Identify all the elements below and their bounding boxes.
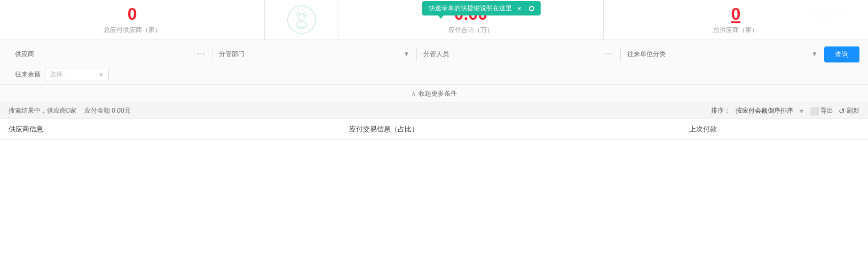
supplier-input[interactable] bbox=[45, 50, 193, 58]
stat-label-total: 应付合计（万） bbox=[448, 26, 493, 35]
svg-point-1 bbox=[296, 22, 307, 28]
export-label: 导出 bbox=[820, 106, 833, 115]
stat-total-suppliers: 0 总供应商（家） bbox=[604, 0, 868, 40]
tooltip-dot bbox=[529, 6, 534, 11]
filter-dept: 分管部门 ▼ bbox=[212, 48, 416, 61]
svg-rect-13 bbox=[825, 23, 836, 25]
table-col2-header: 应付交易信息（占比） bbox=[349, 124, 690, 134]
sort-value[interactable]: 按应付会额倒序排序 bbox=[736, 106, 793, 115]
supplier-dots-icon[interactable]: ··· bbox=[197, 49, 206, 59]
svg-rect-14 bbox=[839, 6, 849, 14]
supplier-label: 供应商 bbox=[15, 50, 41, 59]
refresh-icon: ↺ bbox=[839, 107, 845, 115]
export-icon: ⬜ bbox=[810, 107, 819, 115]
balance-label: 往来余额 bbox=[15, 70, 41, 79]
tooltip-text: 快速录单的快捷键说明在这里 bbox=[429, 4, 512, 13]
collapse-icon: ∧ bbox=[411, 90, 416, 98]
svg-rect-15 bbox=[839, 15, 849, 18]
dept-input[interactable] bbox=[249, 50, 399, 58]
filter-bar: 供应商 ··· 分管部门 ▼ 分管人员 ··· 往来单位分类 ▼ 查询 往来余额… bbox=[0, 40, 868, 85]
icon-block bbox=[265, 0, 338, 40]
person-label: 分管人员 bbox=[423, 50, 449, 59]
balance-chevron-icon: ▼ bbox=[98, 72, 104, 78]
balance-select[interactable]: 选择... ▼ bbox=[45, 68, 109, 81]
export-button[interactable]: ⬜ 导出 bbox=[810, 106, 833, 115]
filter-row-2: 往来余额 选择... ▼ bbox=[9, 66, 859, 82]
stat-total-payable-suppliers: 0 总应付供应商（家） bbox=[0, 0, 265, 40]
table-col3-header: 上次付款 bbox=[689, 124, 859, 134]
result-text: 搜索结果中，供应商0家 bbox=[9, 107, 76, 114]
table-header: 供应商信息 应付交易信息（占比） 上次付款 bbox=[0, 119, 868, 140]
svg-point-0 bbox=[298, 14, 305, 21]
tooltip-bubble: 快速录单的快捷键说明在这里 × bbox=[422, 1, 541, 15]
collapse-button[interactable]: ∧ 收起更多条件 bbox=[406, 88, 462, 99]
result-text-group: 搜索结果中，供应商0家 应付金额 0.00元 bbox=[9, 106, 131, 115]
result-bar-right: 排序： 按应付会额倒序排序 ▼ ⬜ 导出 ↺ 刷新 bbox=[711, 106, 859, 115]
tooltip-close-btn[interactable]: × bbox=[517, 4, 522, 13]
result-bar: 搜索结果中，供应商0家 应付金额 0.00元 排序： 按应付会额倒序排序 ▼ ⬜… bbox=[0, 103, 868, 119]
unit-class-chevron-icon[interactable]: ▼ bbox=[811, 50, 818, 58]
refresh-label: 刷新 bbox=[847, 106, 859, 115]
dept-label: 分管部门 bbox=[219, 50, 244, 59]
filter-unit-class: 往来单位分类 ▼ bbox=[621, 48, 824, 61]
table: 供应商信息 应付交易信息（占比） 上次付款 bbox=[0, 119, 868, 247]
svg-rect-6 bbox=[812, 6, 823, 14]
balance-placeholder: 选择... bbox=[50, 70, 68, 79]
stat-number-payable: 0 bbox=[128, 5, 137, 23]
sort-chevron-icon[interactable]: ▼ bbox=[799, 108, 804, 114]
filter-row-1: 供应商 ··· 分管部门 ▼ 分管人员 ··· 往来单位分类 ▼ 查询 bbox=[9, 45, 859, 62]
svg-rect-12 bbox=[825, 19, 836, 21]
filter-supplier: 供应商 ··· bbox=[9, 47, 212, 61]
person-dots-icon[interactable]: ··· bbox=[605, 49, 613, 59]
stats-bar: 0 总应付供应商（家） 快速录单的快捷键说明在这里 × 0.00 应付合计（万） bbox=[0, 0, 868, 40]
svg-rect-11 bbox=[825, 15, 836, 18]
refresh-button[interactable]: ↺ 刷新 bbox=[839, 106, 859, 115]
query-button[interactable]: 查询 bbox=[824, 46, 859, 62]
table-body bbox=[0, 140, 868, 247]
stat-label-suppliers: 总供应商（家） bbox=[713, 26, 758, 35]
filter-person: 分管人员 ··· bbox=[417, 47, 621, 61]
svg-rect-10 bbox=[825, 6, 836, 14]
icon-circle bbox=[287, 5, 316, 34]
dept-chevron-icon[interactable]: ▼ bbox=[404, 50, 410, 58]
result-amount: 应付金额 0.00元 bbox=[84, 107, 131, 114]
svg-rect-9 bbox=[812, 23, 823, 25]
person-input[interactable] bbox=[453, 50, 601, 58]
collapse-label: 收起更多条件 bbox=[419, 89, 457, 98]
unit-class-label: 往来单位分类 bbox=[627, 50, 666, 59]
svg-rect-8 bbox=[812, 19, 823, 21]
sort-label: 排序： bbox=[711, 106, 730, 115]
svg-rect-7 bbox=[812, 15, 823, 18]
unit-class-input[interactable] bbox=[670, 50, 807, 58]
table-col1-header: 供应商信息 bbox=[9, 124, 349, 134]
stat-number-suppliers: 0 bbox=[731, 5, 740, 23]
collapse-row: ∧ 收起更多条件 bbox=[0, 85, 868, 103]
bg-icon bbox=[809, 1, 857, 39]
stat-label-payable: 总应付供应商（家） bbox=[104, 26, 161, 35]
